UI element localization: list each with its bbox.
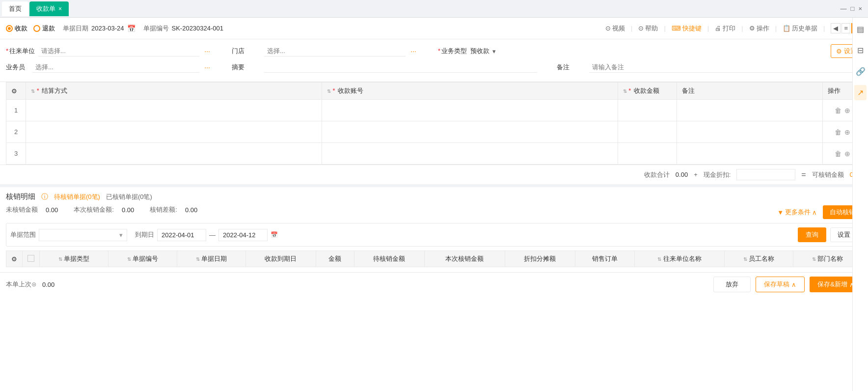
- doc-range-label: 单据范围: [10, 230, 36, 239]
- store-field: 门店 ···: [232, 46, 418, 56]
- save-draft-arrow-icon: ∧: [791, 281, 796, 288]
- row-2-settlement[interactable]: [26, 121, 322, 143]
- row-2-delete-icon[interactable]: 🗑: [835, 128, 841, 136]
- doc-number-label: 单据编号: [143, 24, 169, 33]
- doc-number-field: 单据编号 SK-20230324-001: [143, 24, 224, 33]
- row-2-account[interactable]: [322, 121, 618, 143]
- col-discount-header: 折扣分摊额: [505, 251, 575, 267]
- history-btn[interactable]: 📋 历史单据: [783, 24, 817, 33]
- equals-sign: =: [801, 170, 806, 179]
- verify-stats-row: 未核销金额 0.00 本次核销金额: 0.00 核销差额: 0.00 ▼ 更多条…: [6, 205, 862, 219]
- summary-label: 摘要: [232, 63, 261, 72]
- table-row: 3 🗑 ⊕: [6, 143, 862, 165]
- filter-actions: 查询 设置: [798, 227, 858, 242]
- salesman-input[interactable]: [32, 62, 199, 73]
- doc-number-value: SK-20230324-001: [172, 25, 224, 32]
- save-draft-button[interactable]: 保存草稿 ∧: [756, 277, 805, 292]
- col-amount-header: ⇅ * 收款金额: [618, 83, 677, 100]
- sidebar-list-icon[interactable]: ⊟: [854, 43, 867, 58]
- salesman-label: 业务员: [6, 63, 29, 72]
- sidebar-table-icon[interactable]: ▤: [854, 22, 867, 37]
- tab-home[interactable]: 首页: [2, 1, 28, 16]
- dropdown-arrow-icon[interactable]: ▾: [492, 48, 496, 55]
- row-1-delete-icon[interactable]: 🗑: [835, 107, 841, 114]
- discount-input[interactable]: [736, 169, 795, 180]
- summary-row: 收款合计 0.00 + 现金折扣: = 可核销金额 0.00: [0, 165, 868, 184]
- row-2-copy-icon[interactable]: ⊕: [844, 128, 850, 136]
- table-settings-icon[interactable]: ⚙: [11, 87, 17, 95]
- col-settlement-header: ⇅ * 结算方式: [26, 83, 322, 100]
- tab-close-icon[interactable]: ×: [58, 5, 62, 12]
- done-tab[interactable]: 已核销单据(0笔): [106, 193, 152, 201]
- salesman-field: 业务员 ···: [6, 62, 212, 73]
- video-btn[interactable]: ⊙ 视频: [605, 24, 625, 33]
- payment-type-radio-group: 收款 退款: [6, 24, 55, 33]
- verify-header: 核销明细 ⓘ 待核销单据(0笔) 已核销单据(0笔): [6, 192, 862, 201]
- summary-input[interactable]: [264, 62, 537, 73]
- salesman-more-icon[interactable]: ···: [202, 63, 212, 71]
- partner-more-icon[interactable]: ···: [202, 47, 212, 55]
- row-3-amount[interactable]: [618, 143, 677, 165]
- tab-active[interactable]: 收款单 ×: [29, 1, 69, 16]
- help-btn[interactable]: ⊙ 帮助: [638, 24, 658, 33]
- verify-table: ⚙ ⇅ 单据类型 ⇅ 单据编号: [6, 251, 862, 267]
- remark-input[interactable]: [589, 62, 862, 73]
- row-1-amount[interactable]: [618, 100, 677, 121]
- select-all-checkbox[interactable]: [27, 255, 34, 262]
- filter-row: 单据范围 ▾ 到期日 — 📅 查询 设置: [6, 223, 862, 247]
- sidebar-expand-icon[interactable]: ↗: [854, 85, 867, 100]
- row-1-settlement[interactable]: [26, 100, 322, 121]
- radio-receive-label: 收款: [15, 24, 27, 33]
- radio-receive[interactable]: 收款: [6, 24, 27, 33]
- doc-range-select[interactable]: ▾: [39, 229, 127, 241]
- verify-info-icon[interactable]: ⓘ: [41, 193, 48, 201]
- col-due-date-header: 收款到期日: [246, 251, 316, 267]
- col-current-header: 本次核销金额: [424, 251, 505, 267]
- row-1-num: 1: [6, 100, 26, 121]
- business-type-dropdown[interactable]: 预收款 ▾: [470, 47, 496, 56]
- row-3-remark[interactable]: [677, 143, 822, 165]
- due-date-calendar-icon[interactable]: 📅: [271, 231, 278, 238]
- table-settings-icon-2[interactable]: ⚙: [11, 255, 17, 263]
- radio-refund[interactable]: 退款: [33, 24, 55, 33]
- close-window-icon[interactable]: ×: [858, 5, 862, 12]
- verify-stats: 未核销金额 0.00 本次核销金额: 0.00 核销差额: 0.00: [6, 205, 197, 214]
- row-2-remark[interactable]: [677, 121, 822, 143]
- row-1-account[interactable]: [322, 100, 618, 121]
- print-btn[interactable]: 🖨 打印: [715, 24, 735, 33]
- row-1-remark[interactable]: [677, 100, 822, 121]
- abandon-button[interactable]: 放弃: [713, 277, 751, 292]
- main-content: 收款 退款 单据日期 2023-03-24 📅 单据编号 SK-20230324…: [0, 18, 868, 391]
- shortcut-btn[interactable]: ⌨ 快捷键: [672, 24, 702, 33]
- row-3-delete-icon[interactable]: 🗑: [835, 150, 841, 158]
- calendar-icon[interactable]: 📅: [127, 25, 136, 32]
- col-checkbox-header: ⚙: [6, 251, 23, 267]
- due-date-from-input[interactable]: [157, 229, 206, 241]
- col-settings-header[interactable]: ⚙: [6, 83, 26, 100]
- sidebar-link-icon[interactable]: 🔗: [853, 64, 868, 79]
- pending-tab[interactable]: 待核销单据(0笔): [54, 193, 100, 201]
- date-range: — 📅: [157, 229, 278, 241]
- row-3-copy-icon[interactable]: ⊕: [844, 150, 850, 158]
- date-value: 2023-03-24: [91, 25, 124, 32]
- summary-field: 摘要: [232, 62, 537, 73]
- row-3-settlement[interactable]: [26, 143, 322, 165]
- operation-btn[interactable]: ⚙ 操作: [749, 24, 769, 33]
- view-prev-icon[interactable]: ◀: [831, 23, 841, 33]
- partner-label: *往来单位: [6, 47, 35, 56]
- store-input[interactable]: [264, 46, 406, 56]
- row-2-amount[interactable]: [618, 121, 677, 143]
- maximize-icon[interactable]: □: [851, 5, 855, 12]
- row-1-copy-icon[interactable]: ⊕: [844, 107, 850, 114]
- store-more-icon[interactable]: ···: [408, 47, 418, 55]
- col-remark-header: 备注: [677, 83, 822, 100]
- partner-input[interactable]: [38, 46, 199, 56]
- verify-right-controls: ▼ 更多条件 ∧ 自动核销: [777, 205, 862, 219]
- due-date-to-input[interactable]: [218, 229, 268, 241]
- view-list-icon[interactable]: ≡: [841, 23, 850, 33]
- row-3-account[interactable]: [322, 143, 618, 165]
- form-row-2: 业务员 ··· 摘要 备注: [6, 62, 862, 73]
- minimize-icon[interactable]: —: [841, 5, 847, 12]
- query-button[interactable]: 查询: [798, 227, 826, 242]
- more-conditions-btn[interactable]: ▼ 更多条件 ∧: [777, 208, 817, 217]
